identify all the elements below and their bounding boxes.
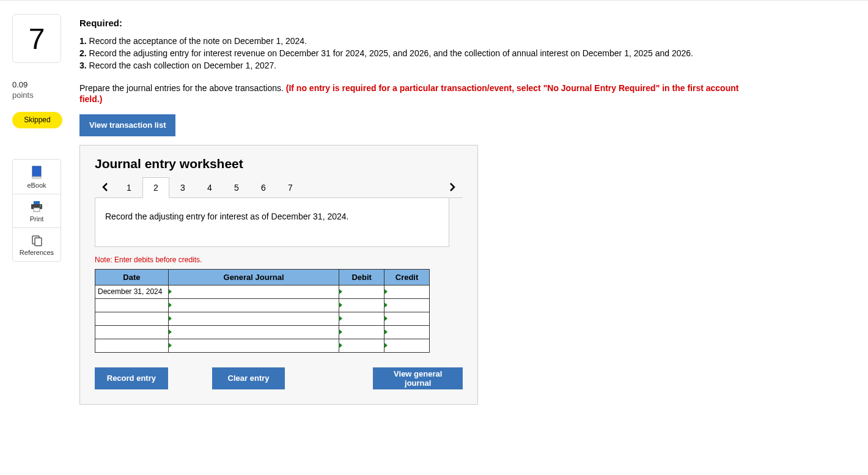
nav-entry-4[interactable]: 4 — [196, 177, 223, 197]
svg-rect-7 — [35, 238, 42, 246]
table-row — [95, 298, 430, 312]
cell-credit[interactable] — [384, 339, 430, 352]
worksheet-title: Journal entry worksheet — [95, 156, 463, 171]
cell-gj[interactable] — [168, 339, 339, 352]
cell-gj[interactable] — [168, 325, 339, 339]
cell-gj[interactable] — [168, 312, 339, 325]
printer-icon — [30, 201, 43, 213]
svg-point-5 — [40, 205, 41, 207]
cell-credit[interactable] — [384, 325, 430, 339]
required-title: Required: — [79, 18, 752, 28]
cell-date[interactable] — [95, 325, 169, 339]
clear-entry-button[interactable]: Clear entry — [212, 367, 285, 389]
col-date-header: Date — [95, 269, 169, 285]
required-item-2: 2. Record the adjusting entry for intere… — [79, 48, 752, 59]
chevron-right-icon — [449, 183, 456, 191]
question-number-box: 7 — [12, 14, 61, 63]
tool-print-label: Print — [30, 215, 44, 223]
cell-debit[interactable] — [339, 325, 384, 339]
cell-debit[interactable] — [339, 298, 384, 312]
cell-debit[interactable] — [339, 285, 384, 298]
col-credit-header: Credit — [384, 269, 430, 285]
required-item-1: 1. Record the acceptance of the note on … — [79, 35, 752, 46]
points-block: 0.09 points — [12, 80, 61, 101]
svg-rect-4 — [34, 208, 40, 212]
view-general-journal-button[interactable]: View general journal — [373, 367, 463, 389]
cell-date[interactable] — [95, 298, 169, 312]
table-row — [95, 312, 430, 325]
col-gj-header: General Journal — [168, 269, 339, 285]
nav-prev-button[interactable] — [95, 177, 116, 197]
table-row — [95, 339, 430, 352]
nav-entry-2[interactable]: 2 — [142, 177, 169, 198]
copy-icon — [31, 234, 43, 246]
note-line: Note: Enter debits before credits. — [95, 256, 463, 264]
required-list: 1. Record the acceptance of the note on … — [79, 35, 752, 72]
tools-panel: eBook Print References — [12, 159, 61, 262]
cell-credit[interactable] — [384, 285, 430, 298]
cell-date[interactable] — [95, 339, 169, 352]
tool-print[interactable]: Print — [13, 194, 61, 228]
cell-gj[interactable] — [168, 298, 339, 312]
status-badge: Skipped — [12, 112, 62, 128]
cell-debit[interactable] — [339, 312, 384, 325]
journal-worksheet: Journal entry worksheet 1 2 3 4 5 6 7 Re… — [79, 145, 478, 405]
nav-entry-6[interactable]: 6 — [250, 177, 277, 197]
tool-references-label: References — [20, 249, 54, 256]
entry-prompt: Record the adjusting entry for interest … — [95, 198, 449, 247]
nav-entry-7[interactable]: 7 — [277, 177, 304, 197]
col-debit-header: Debit — [339, 269, 384, 285]
book-icon — [31, 166, 43, 179]
journal-table: Date General Journal Debit Credit Decemb… — [95, 269, 430, 353]
points-value: 0.09 — [12, 80, 61, 90]
cell-credit[interactable] — [384, 298, 430, 312]
cell-date[interactable] — [95, 312, 169, 325]
entry-nav: 1 2 3 4 5 6 7 — [95, 177, 463, 198]
chevron-left-icon — [101, 183, 109, 191]
tool-ebook-label: eBook — [27, 182, 46, 189]
svg-rect-1 — [32, 177, 41, 179]
required-item-3: 3. Record the cash collection on Decembe… — [79, 60, 752, 71]
cell-date[interactable]: December 31, 2024 — [95, 285, 169, 298]
svg-rect-2 — [34, 201, 40, 204]
nav-entry-1[interactable]: 1 — [116, 177, 142, 197]
nav-next-button[interactable] — [442, 177, 463, 197]
cell-debit[interactable] — [339, 339, 384, 352]
record-entry-button[interactable]: Record entry — [95, 367, 168, 389]
cell-credit[interactable] — [384, 312, 430, 325]
points-label: points — [12, 90, 61, 101]
tool-references[interactable]: References — [13, 228, 61, 261]
nav-entry-3[interactable]: 3 — [169, 177, 196, 197]
nav-entry-5[interactable]: 5 — [223, 177, 250, 197]
prepare-instructions: Prepare the journal entries for the abov… — [79, 83, 752, 105]
cell-gj[interactable] — [168, 285, 339, 298]
table-row — [95, 325, 430, 339]
table-row: December 31, 2024 — [95, 285, 430, 298]
svg-rect-0 — [32, 166, 41, 177]
view-transaction-list-button[interactable]: View transaction list — [79, 114, 175, 136]
tool-ebook[interactable]: eBook — [13, 160, 61, 194]
